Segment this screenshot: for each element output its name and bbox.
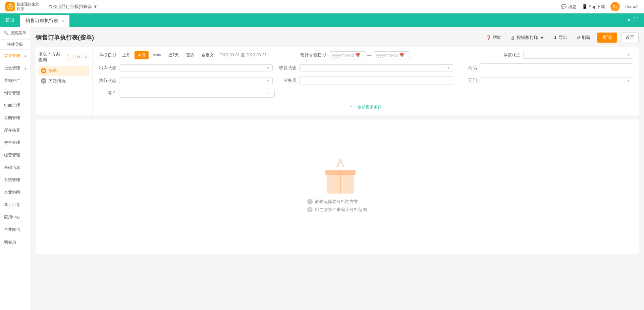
sidebar-item-app-center[interactable]: 应用中心 (0, 211, 30, 223)
plan-item-by-order[interactable]: 按单 (38, 66, 90, 76)
settings-plan-button[interactable]: ⚙ (75, 54, 82, 60)
message-button[interactable]: 💬 消息 (561, 4, 577, 10)
plan-item-debt[interactable]: 欠货情况 (38, 76, 90, 86)
collect-status-select[interactable]: ▼ (299, 64, 453, 71)
help-button[interactable]: ❓ 帮助 (483, 33, 504, 42)
sidebar-item-member[interactable]: 畅会员 (0, 236, 30, 248)
refresh-button[interactable]: ↺ 刷新 (574, 33, 593, 42)
sidebar-item-beginner[interactable]: 新手引导 (0, 199, 30, 211)
filter-row-1: 单据日期 上月 本月 本年 近7天 更多 自定义 2023-03-01 至 20… (98, 51, 633, 59)
sidebar-item-finance[interactable]: 资金管理 (0, 137, 30, 149)
collapse-filters-button[interactable]: ⌃⌃ 收起更多条件 (98, 102, 633, 111)
logo-text: 畅捷通好生意 标版 (17, 2, 39, 11)
sidebar-item-marketing[interactable]: 营销推广 (0, 74, 30, 87)
sidebar-item-wholesale-label: 批发管理 (4, 65, 20, 71)
date-btn-more[interactable]: 更多 (183, 51, 197, 59)
salesman-label: 业务员 (278, 78, 297, 84)
sidebar-item-wholesale[interactable]: 批发管理 ▲ (0, 62, 30, 74)
status-label: 单据状态 (502, 52, 521, 58)
sidebar: 🔍 搜索菜单 快捷导航 零售管理 ▲ 批发管理 ▲ 营销推广 销售管理 电商管理… (0, 27, 30, 310)
tip-num-1: 1 (307, 199, 313, 204)
message-label: 消息 (568, 4, 577, 10)
app-icon: 📱 (582, 4, 587, 9)
filter-field-customer: 客户 ··· (98, 89, 275, 98)
customer-dots[interactable]: ··· (268, 91, 272, 96)
print-label: 按模板打印 (517, 35, 538, 41)
breadcrumb[interactable]: 办公用品行业模拟账套 ▼ (48, 4, 98, 10)
out-status-label: 出库状态 (98, 65, 116, 71)
print-button[interactable]: 🖨 按模板打印 ▼ (508, 33, 547, 42)
content-area: 销售订单执行表(按单) ❓ 帮助 🖨 按模板打印 ▼ ⬇ 导出 (30, 27, 644, 310)
date-btn-7days[interactable]: 近7天 (165, 51, 182, 59)
export-icon: ⬇ (553, 35, 557, 40)
date-btn-this-month[interactable]: 本月 (135, 51, 149, 59)
sidebar-quick-nav-label: 快捷导航 (7, 42, 23, 47)
status-arrow-down: ▼ (627, 53, 630, 57)
app-download-button[interactable]: 📱 App下载 (582, 4, 605, 10)
out-status-select[interactable]: ▼ (119, 64, 273, 71)
date-btn-this-year[interactable]: 本年 (150, 51, 164, 59)
help-label: 帮助 (493, 35, 501, 41)
status-select[interactable]: ▼ (523, 52, 633, 59)
user-name: demo2 (625, 4, 639, 9)
expected-date-to[interactable]: yyyy-mm-dd 📅 (373, 51, 410, 59)
sidebar-item-ecommerce[interactable]: 电商管理 (0, 99, 30, 112)
search-button[interactable]: 查询 (597, 33, 617, 43)
plan-dot (41, 68, 46, 73)
sidebar-item-marketing-label: 营销推广 (4, 78, 20, 84)
page-content: 销售订单执行表(按单) ❓ 帮助 🖨 按模板打印 ▼ ⬇ 导出 (30, 27, 644, 259)
sidebar-item-corp-wechat[interactable]: 企业微信 (0, 223, 30, 236)
svg-point-1 (42, 69, 45, 72)
dept-arrow: ▼ (627, 79, 630, 83)
date-control: 上月 本月 本年 近7天 更多 自定义 2023-03-01 至 2023-03… (119, 51, 295, 59)
minimize-icon[interactable]: × (627, 17, 631, 24)
collapse-sidebar-button[interactable]: « (83, 54, 90, 60)
add-plan-button[interactable]: + (67, 54, 73, 60)
sidebar-item-retail[interactable]: 零售管理 ▲ (0, 50, 30, 62)
settings-button[interactable]: 设置 (621, 32, 639, 43)
sidebar-item-inventory-label: 库存核算 (4, 127, 20, 133)
sidebar-item-sales[interactable]: 销售管理 (0, 87, 30, 99)
filter-sidebar-controls: + ⚙ « (67, 54, 90, 60)
sidebar-item-operation[interactable]: 经营管理 (0, 149, 30, 161)
plan-item-label: 按单 (48, 68, 57, 74)
main-layout: 🔍 搜索菜单 快捷导航 零售管理 ▲ 批发管理 ▲ 营销推广 销售管理 电商管理… (0, 27, 644, 310)
expected-date-from[interactable]: yyyy-mm-dd 📅 (329, 51, 366, 59)
tab-sales-order[interactable]: 销售订单执行表 × (20, 15, 69, 27)
dept-select[interactable]: ▼ (480, 77, 633, 84)
sidebar-item-purchase[interactable]: 采购管理 (0, 112, 30, 124)
collapse-icon: ⌃⌃ (350, 105, 356, 110)
expected-date-control: yyyy-mm-dd 📅 — yyyy-mm-dd 📅 (329, 51, 497, 59)
avatar[interactable]: Ea (610, 2, 620, 11)
print-arrow: ▼ (540, 35, 544, 40)
filter-field-collect-status: 收款状态 ▼ (278, 64, 453, 71)
breadcrumb-arrow[interactable]: ▼ (93, 4, 98, 9)
goods-dots[interactable]: ··· (626, 65, 630, 70)
sidebar-search[interactable]: 🔍 搜索菜单 (0, 27, 30, 40)
tab-home[interactable]: 首页 (0, 13, 20, 27)
filter-field-expected-date: 预计交货日期 yyyy-mm-dd 📅 — yyyy-mm-dd 📅 (300, 51, 497, 59)
avatar-initials: Ea (613, 5, 618, 9)
date-btn-custom[interactable]: 自定义 (199, 51, 217, 59)
help-icon: ❓ (486, 35, 491, 40)
salesman-dots[interactable]: ··· (446, 78, 450, 83)
search-icon: 🔍 (4, 31, 9, 35)
breadcrumb-text: 办公用品行业模拟账套 (48, 4, 92, 10)
sidebar-item-system[interactable]: 系统管理 (0, 174, 30, 186)
tab-close-icon[interactable]: × (62, 18, 64, 23)
sidebar-item-inventory[interactable]: 库存核算 (0, 124, 30, 137)
settings-label: 设置 (626, 35, 634, 41)
date-btn-last-month[interactable]: 上月 (119, 51, 133, 59)
sidebar-item-corp-collab[interactable]: 企业协同 (0, 186, 30, 199)
tab-bar-right: × ⛶ (627, 17, 644, 24)
exec-status-arrow: ▼ (266, 79, 270, 83)
sidebar-item-basic-info[interactable]: 基础信息 (0, 161, 30, 174)
sidebar-item-retail-label: 零售管理 (4, 53, 20, 59)
sidebar-quick-nav[interactable]: 快捷导航 (0, 40, 30, 50)
exec-status-select[interactable]: ▼ (119, 77, 273, 84)
export-button[interactable]: ⬇ 导出 (551, 33, 570, 42)
maximize-icon[interactable]: ⛶ (633, 17, 639, 23)
filter-sidebar-title-text: 按以下方案查询 (38, 51, 64, 63)
header-left: 畅捷通好生意 标版 办公用品行业模拟账套 ▼ (5, 2, 98, 11)
sidebar-item-basic-info-label: 基础信息 (4, 165, 20, 170)
